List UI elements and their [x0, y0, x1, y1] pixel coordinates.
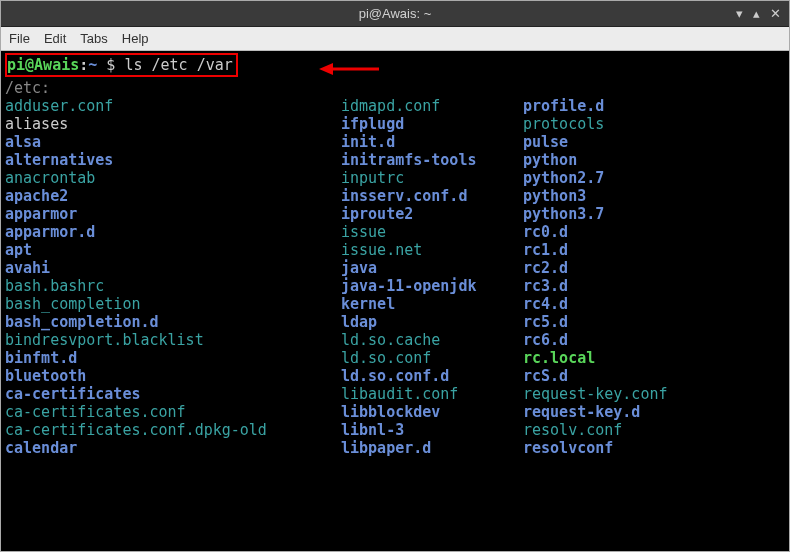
ls-entry: apt — [5, 241, 341, 259]
ls-column-3: profile.dprotocolspulsepythonpython2.7py… — [523, 97, 785, 457]
window-controls: ▾ ▴ ✕ — [736, 6, 781, 21]
ls-entry: libblockdev — [341, 403, 523, 421]
svg-marker-1 — [319, 63, 333, 75]
ls-entry: libaudit.conf — [341, 385, 523, 403]
ls-entry: rc0.d — [523, 223, 785, 241]
ls-entry: aliases — [5, 115, 341, 133]
ls-entry: rcS.d — [523, 367, 785, 385]
ls-entry: rc6.d — [523, 331, 785, 349]
prompt-highlight-box: pi@Awais:~ $ ls /etc /var — [5, 53, 238, 77]
maximize-button[interactable]: ▴ — [753, 6, 760, 21]
ls-entry: bash_completion — [5, 295, 341, 313]
ls-entry: rc5.d — [523, 313, 785, 331]
minimize-button[interactable]: ▾ — [736, 6, 743, 21]
ls-entry: initramfs-tools — [341, 151, 523, 169]
prompt-dollar: $ — [97, 56, 124, 74]
ls-entry: python3 — [523, 187, 785, 205]
ls-entry: ldap — [341, 313, 523, 331]
ls-entry: apache2 — [5, 187, 341, 205]
ls-entry: rc4.d — [523, 295, 785, 313]
titlebar: pi@Awais: ~ ▾ ▴ ✕ — [1, 1, 789, 27]
ls-entry: java — [341, 259, 523, 277]
ls-entry: libnl-3 — [341, 421, 523, 439]
directory-heading: /etc: — [5, 79, 785, 97]
ls-entry: insserv.conf.d — [341, 187, 523, 205]
ls-entry: bluetooth — [5, 367, 341, 385]
ls-entry: python2.7 — [523, 169, 785, 187]
ls-entry: kernel — [341, 295, 523, 313]
ls-entry: idmapd.conf — [341, 97, 523, 115]
prompt-command: ls /etc /var — [124, 56, 232, 74]
ls-entry: request-key.d — [523, 403, 785, 421]
ls-entry: avahi — [5, 259, 341, 277]
ls-entry: rc.local — [523, 349, 785, 367]
arrow-annotation-icon — [319, 61, 379, 81]
ls-entry: issue — [341, 223, 523, 241]
ls-entry: bash.bashrc — [5, 277, 341, 295]
ls-entry: alternatives — [5, 151, 341, 169]
ls-entry: ca-certificates — [5, 385, 341, 403]
ls-entry: alsa — [5, 133, 341, 151]
ls-entry: apparmor.d — [5, 223, 341, 241]
ls-entry: ld.so.conf.d — [341, 367, 523, 385]
ls-entry: libpaper.d — [341, 439, 523, 457]
ls-entry: java-11-openjdk — [341, 277, 523, 295]
ls-entry: init.d — [341, 133, 523, 151]
window-title: pi@Awais: ~ — [359, 6, 432, 21]
ls-entry: ld.so.cache — [341, 331, 523, 349]
prompt-at: @ — [25, 56, 34, 74]
ls-entry: issue.net — [341, 241, 523, 259]
ls-entry: adduser.conf — [5, 97, 341, 115]
ls-entry: profile.d — [523, 97, 785, 115]
terminal[interactable]: pi@Awais:~ $ ls /etc /var /etc: adduser.… — [1, 51, 789, 551]
ls-entry: python — [523, 151, 785, 169]
ls-entry: bash_completion.d — [5, 313, 341, 331]
ls-entry: rc1.d — [523, 241, 785, 259]
ls-column-2: idmapd.confifplugdinit.dinitramfs-toolsi… — [341, 97, 523, 457]
ls-entry: calendar — [5, 439, 341, 457]
ls-entry: rc2.d — [523, 259, 785, 277]
menu-edit[interactable]: Edit — [44, 31, 66, 46]
ls-column-1: adduser.confaliasesalsaalternativesanacr… — [5, 97, 341, 457]
ls-entry: binfmt.d — [5, 349, 341, 367]
menubar: File Edit Tabs Help — [1, 27, 789, 51]
prompt-colon: : — [79, 56, 88, 74]
ls-entry: iproute2 — [341, 205, 523, 223]
ls-entry: bindresvport.blacklist — [5, 331, 341, 349]
ls-entry: resolvconf — [523, 439, 785, 457]
ls-entry: pulse — [523, 133, 785, 151]
ls-entry: resolv.conf — [523, 421, 785, 439]
ls-entry: request-key.conf — [523, 385, 785, 403]
ls-entry: apparmor — [5, 205, 341, 223]
menu-help[interactable]: Help — [122, 31, 149, 46]
menu-file[interactable]: File — [9, 31, 30, 46]
ls-entry: ifplugd — [341, 115, 523, 133]
ls-output: adduser.confaliasesalsaalternativesanacr… — [5, 97, 785, 457]
ls-entry: inputrc — [341, 169, 523, 187]
ls-entry: rc3.d — [523, 277, 785, 295]
prompt-path: ~ — [88, 56, 97, 74]
close-button[interactable]: ✕ — [770, 6, 781, 21]
ls-entry: ca-certificates.conf.dpkg-old — [5, 421, 341, 439]
ls-entry: ca-certificates.conf — [5, 403, 341, 421]
prompt-host: Awais — [34, 56, 79, 74]
ls-entry: ld.so.conf — [341, 349, 523, 367]
ls-entry: protocols — [523, 115, 785, 133]
prompt-user: pi — [7, 56, 25, 74]
ls-entry: anacrontab — [5, 169, 341, 187]
menu-tabs[interactable]: Tabs — [80, 31, 107, 46]
ls-entry: python3.7 — [523, 205, 785, 223]
